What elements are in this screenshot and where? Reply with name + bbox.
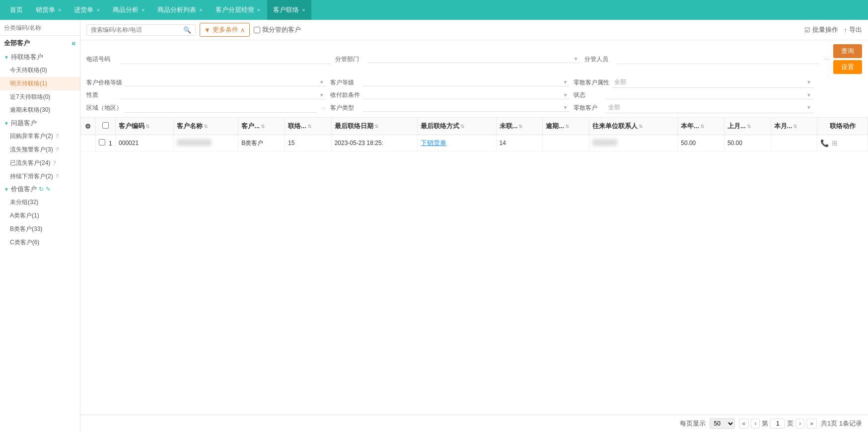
refresh-icon[interactable]: ↻ xyxy=(39,186,44,193)
my-customers-checkbox[interactable] xyxy=(254,27,260,33)
sidebar-item-churn-warning[interactable]: 流失预警客户(3) ? xyxy=(0,143,80,156)
filter-region-input[interactable] xyxy=(127,104,314,111)
filter-customer-type-select[interactable]: ▼ xyxy=(363,104,570,112)
next-page-btn[interactable]: › xyxy=(796,419,804,429)
edit-icon[interactable]: ✎ xyxy=(46,186,51,193)
sort-icon[interactable]: ⇅ xyxy=(747,124,751,129)
col-actions: 联络动作 xyxy=(817,118,868,135)
nav-item-analysis[interactable]: 商品分析 × xyxy=(107,0,150,20)
filter-manager-input[interactable] xyxy=(619,56,817,63)
phone-icon[interactable]: 📞 xyxy=(820,139,829,147)
prev-page-btn[interactable]: ‹ xyxy=(751,419,760,429)
sidebar-item-7days[interactable]: 近7天待联络(0) xyxy=(0,90,80,104)
sidebar-item-abnormal-repurchase[interactable]: 回购异常客户(2) ? xyxy=(0,130,80,143)
total-label: 共1页 1条记录 xyxy=(821,419,862,428)
per-page-select[interactable]: 50 100 200 xyxy=(710,418,735,429)
sidebar-item-churned[interactable]: 已流失客户(24) ? xyxy=(0,156,80,170)
filter-retail-customer: 零散客户 全部 ▼ xyxy=(574,102,813,113)
sidebar-root-label: 全部客户 xyxy=(4,39,30,48)
sidebar-item-tomorrow[interactable]: 明天待联络(1) xyxy=(0,77,80,90)
sidebar-search-input[interactable] xyxy=(4,24,78,31)
close-icon[interactable]: × xyxy=(302,7,305,13)
chevron-down-icon: ▼ xyxy=(563,79,568,85)
my-customers-toggle[interactable]: 我分管的客户 xyxy=(254,25,301,34)
customer-name-blurred xyxy=(177,139,212,146)
arrow-icon: ▼ xyxy=(4,187,9,192)
filter-status-select[interactable]: ▼ xyxy=(606,91,813,99)
filter-manager-dots[interactable]: ··· xyxy=(824,56,829,63)
grid-icon[interactable]: ⊞ xyxy=(832,139,838,147)
nav-item-customer-ops[interactable]: 客户分层经营 × xyxy=(210,0,266,20)
search-input[interactable] xyxy=(91,26,181,33)
filter-customer-type-label: 客户类型 xyxy=(330,104,360,112)
sidebar-item-c-class[interactable]: C类客户(6) xyxy=(0,236,80,249)
filter-price-level-select[interactable]: ▼ xyxy=(125,78,326,86)
set-button[interactable]: 设置 xyxy=(833,60,862,74)
filter-nature-select[interactable]: ▼ xyxy=(119,91,326,99)
page-input[interactable] xyxy=(770,419,785,429)
sort-icon[interactable]: ⇅ xyxy=(204,124,208,129)
sidebar-group-problem[interactable]: ▼ 问题客户 xyxy=(0,117,80,130)
sort-icon[interactable]: ⇅ xyxy=(639,124,643,129)
arrow-icon: ▼ xyxy=(4,121,9,126)
nav-item-home[interactable]: 首页 xyxy=(4,0,29,20)
filter-dept: 分管部门 ▼ xyxy=(335,55,580,64)
query-button[interactable]: 查询 xyxy=(833,44,862,58)
sort-icon[interactable]: ⇅ xyxy=(145,124,149,129)
close-icon[interactable]: × xyxy=(142,7,145,13)
sidebar-item-overdue[interactable]: 逾期未联络(30) xyxy=(0,103,80,117)
nav-item-analysis-list[interactable]: 商品分析列表 × xyxy=(151,0,208,20)
sidebar-item-ungrouped[interactable]: 未分组(32) xyxy=(0,196,80,209)
sort-icon[interactable]: ⇅ xyxy=(565,124,569,129)
row-checkbox[interactable] xyxy=(99,139,105,145)
filter-region-dots[interactable]: ··· xyxy=(321,104,326,111)
nav-item-sales[interactable]: 销货单 × xyxy=(30,0,67,20)
sort-icon[interactable]: ⇅ xyxy=(261,124,265,129)
sidebar-group-value[interactable]: ▼ 价值客户 ↻ ✎ xyxy=(0,183,80,196)
select-all-checkbox[interactable] xyxy=(102,122,109,129)
filter-row-1: 电话号码 分管部门 ▼ 分管人员 xyxy=(86,44,862,74)
checkbox-icon: ☑ xyxy=(804,26,810,34)
last-method-link[interactable]: 下销货单 xyxy=(421,139,446,146)
sort-icon[interactable]: ⇅ xyxy=(518,124,522,129)
sidebar-item-b-class[interactable]: B类客户(33) xyxy=(0,222,80,236)
filter-phone-input[interactable] xyxy=(121,56,329,63)
col-this-month: 本月...⇅ xyxy=(771,118,817,135)
sidebar-item-a-class[interactable]: A类客户(1) xyxy=(0,209,80,222)
cell-unlinked: 14 xyxy=(496,135,543,151)
sidebar-item-declining[interactable]: 持续下滑客户(2) ? xyxy=(0,170,80,183)
export-button[interactable]: ↑ 导出 xyxy=(844,25,863,34)
close-icon[interactable]: × xyxy=(58,7,61,13)
sort-icon[interactable]: ⇅ xyxy=(307,124,311,129)
filter-price-level-label: 客户价格等级 xyxy=(86,78,122,87)
collapse-icon[interactable]: « xyxy=(72,39,76,48)
filter-retail-attr-select[interactable]: 全部 ▼ xyxy=(612,77,813,88)
search-icon[interactable]: 🔍 xyxy=(183,26,191,34)
last-page-btn[interactable]: » xyxy=(806,419,817,429)
first-page-btn[interactable]: « xyxy=(739,419,749,429)
filter-row-2: 客户价格等级 ▼ 客户等级 ▼ 零散客户属性 全部 xyxy=(86,77,862,88)
filter-customer-level-select[interactable]: ▼ xyxy=(363,78,570,86)
filter-phone-input-wrap xyxy=(119,55,331,64)
page-unit: 页 xyxy=(787,419,794,428)
sidebar-group-pending[interactable]: ▼ 待联络客户 xyxy=(0,51,80,64)
sort-icon[interactable]: ⇅ xyxy=(460,124,464,129)
close-icon[interactable]: × xyxy=(199,7,202,13)
filter-retail-customer-select[interactable]: 全部 ▼ xyxy=(606,102,813,113)
filter-retail-attr: 零散客户属性 全部 ▼ xyxy=(574,77,813,88)
close-icon[interactable]: × xyxy=(257,7,260,13)
sort-icon[interactable]: ⇅ xyxy=(374,124,378,129)
bulk-op-button[interactable]: ☑ 批量操作 xyxy=(804,25,838,34)
filter-dept-select[interactable]: ▼ xyxy=(368,55,580,63)
sort-icon[interactable]: ⇅ xyxy=(700,124,704,129)
gear-icon[interactable]: ⚙ xyxy=(85,123,91,130)
close-icon[interactable]: × xyxy=(96,7,99,13)
nav-item-customer-contact[interactable]: 客户联络 × xyxy=(267,0,311,20)
filter-more-btn[interactable]: ▼ 更多条件 ∧ xyxy=(200,23,250,37)
filter-payment-select[interactable]: ▼ xyxy=(363,91,570,99)
sort-icon[interactable]: ⇅ xyxy=(793,124,797,129)
sidebar-search-bar: 🔍 xyxy=(0,20,80,36)
nav-item-purchase[interactable]: 进货单 × xyxy=(68,0,105,20)
sidebar-all-customers[interactable]: 全部客户 « xyxy=(0,36,80,51)
sidebar-item-today[interactable]: 今天待联络(0) xyxy=(0,64,80,77)
